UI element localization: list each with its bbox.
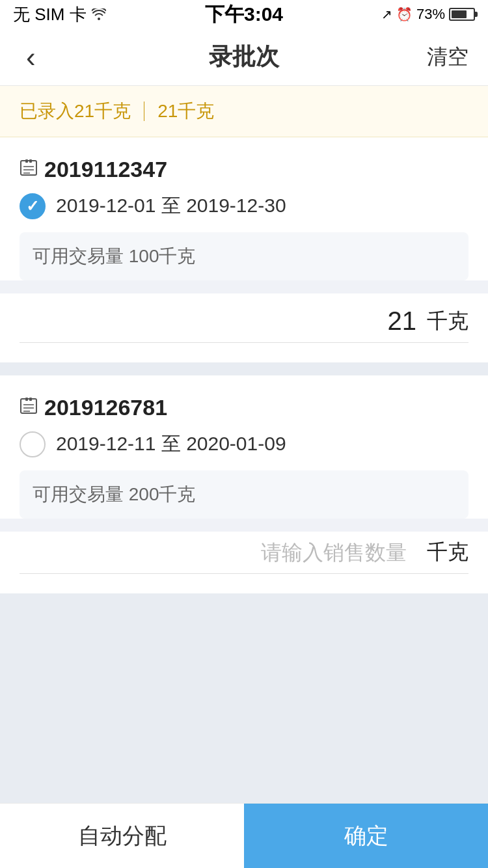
batch-2-quantity-input-row[interactable]: 千克 — [0, 532, 488, 567]
batch-2-date-row[interactable]: 2019-12-11 至 2020-01-09 — [20, 431, 468, 457]
battery-icon — [449, 8, 475, 21]
batch-2-divider — [20, 573, 468, 574]
batch-2-unit: 千克 — [427, 538, 468, 567]
location-icon: ↗ — [381, 7, 392, 22]
svg-rect-7 — [25, 398, 28, 401]
svg-rect-2 — [29, 159, 32, 163]
section-gap-1 — [0, 362, 488, 375]
recorded-label: 已录入21千克 — [20, 99, 131, 124]
batch-2-icon — [20, 396, 38, 420]
nav-bar: ‹ 录批次 清空 — [0, 29, 488, 86]
page-title: 录批次 — [209, 41, 279, 73]
info-divider — [144, 102, 144, 121]
batch-1-quantity-unit: 千克 — [427, 307, 468, 336]
batch-1-id: 2019112347 — [44, 157, 167, 182]
status-right: ↗ ⏰ 73% — [381, 6, 475, 23]
batch-2-header: 2019126781 — [20, 395, 468, 420]
total-label: 21千克 — [157, 99, 214, 124]
svg-rect-8 — [29, 398, 32, 401]
auto-distribute-button[interactable]: 自动分配 — [0, 804, 244, 868]
info-banner: 已录入21千克 21千克 — [0, 86, 488, 137]
batch-item-1: 2019112347 2019-12-01 至 2019-12-30 可用交易量… — [0, 137, 488, 280]
batch-2-date: 2019-12-11 至 2020-01-09 — [56, 431, 286, 457]
battery-pct: 73% — [416, 6, 445, 23]
confirm-button[interactable]: 确定 — [244, 804, 488, 868]
clear-button[interactable]: 清空 — [427, 43, 468, 72]
wifi-icon — [92, 5, 106, 25]
batch-1-date-row[interactable]: 2019-12-01 至 2019-12-30 — [20, 193, 468, 219]
batch-2-id: 2019126781 — [44, 395, 167, 420]
batch-1-divider — [20, 342, 468, 343]
bottom-bar: 自动分配 确定 — [0, 803, 488, 868]
batch-item-2: 2019126781 2019-12-11 至 2020-01-09 可用交易量… — [0, 375, 488, 519]
alarm-icon: ⏰ — [396, 7, 413, 22]
batch-1-radio[interactable] — [20, 193, 46, 219]
back-button[interactable]: ‹ — [20, 34, 42, 80]
batch-1-quantity-value: 21 — [388, 306, 417, 336]
batch-1-available: 可用交易量 100千克 — [20, 232, 468, 280]
status-left: 无 SIM 卡 — [13, 3, 106, 26]
batch-1-quantity-row: 21 千克 — [0, 293, 488, 336]
batch-2-quantity-input[interactable] — [20, 541, 416, 565]
batch-2-available: 可用交易量 200千克 — [20, 470, 468, 519]
batch-1-header: 2019112347 — [20, 157, 468, 182]
no-sim-text: 无 SIM 卡 — [13, 3, 87, 26]
status-time: 下午3:04 — [205, 1, 283, 28]
batch-1-icon — [20, 157, 38, 182]
batch-1-date: 2019-12-01 至 2019-12-30 — [56, 193, 286, 219]
batch-2-radio[interactable] — [20, 431, 46, 457]
svg-rect-1 — [25, 159, 28, 163]
status-bar: 无 SIM 卡 下午3:04 ↗ ⏰ 73% — [0, 0, 488, 29]
